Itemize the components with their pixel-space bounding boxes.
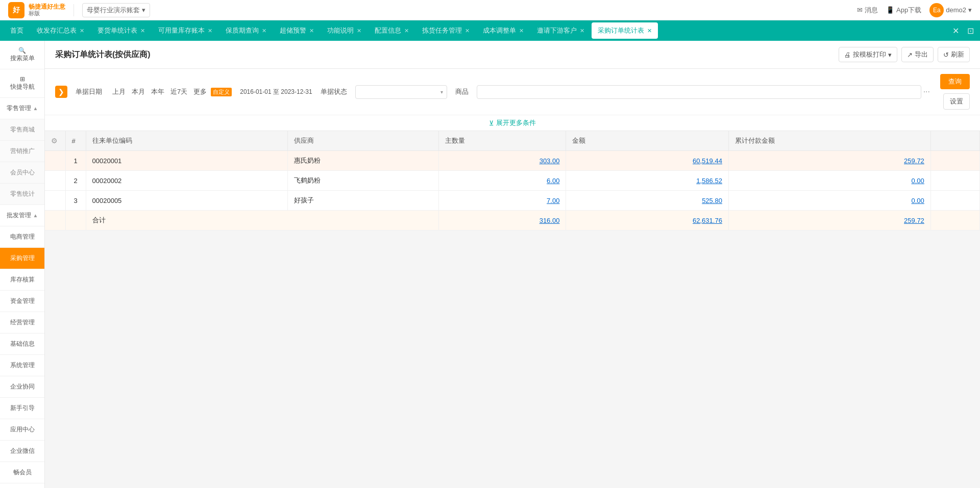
close-icon[interactable]: ✕: [465, 28, 470, 34]
shortcut-more[interactable]: 更多: [191, 86, 209, 97]
shortcut-7days[interactable]: 近7天: [168, 86, 189, 97]
tab-yaohuo[interactable]: 要货单统计表 ✕: [91, 22, 151, 39]
custom-badge: 自定义: [211, 88, 232, 96]
close-icon[interactable]: ✕: [357, 28, 361, 34]
tab-peizhi[interactable]: 配置信息 ✕: [369, 22, 415, 39]
goods-search-input[interactable]: [477, 85, 921, 99]
tab-label: 收发存汇总表: [37, 26, 77, 35]
tab-gongneng[interactable]: 功能说明 ✕: [321, 22, 368, 39]
close-icon[interactable]: ✕: [208, 28, 212, 34]
shortcut-this-month[interactable]: 本月: [130, 86, 147, 97]
sidebar-item-marketing[interactable]: 营销推广: [0, 141, 44, 162]
row-paid[interactable]: 259.72: [728, 151, 930, 171]
shortcut-this-year[interactable]: 本年: [149, 86, 166, 97]
tab-baozhi[interactable]: 保质期查询 ✕: [219, 22, 273, 39]
row-paid[interactable]: 0.00: [728, 191, 930, 211]
query-button[interactable]: 查询: [940, 74, 970, 89]
export-button[interactable]: ↗ 导出: [901, 47, 934, 62]
sidebar-item-wholesale[interactable]: 批发管理 ▲: [0, 205, 44, 226]
row-supplier: 好孩子: [288, 191, 439, 211]
sidebar-item-inventory[interactable]: 库存核算: [0, 269, 44, 291]
status-select[interactable]: [355, 85, 447, 99]
sidebar-member2-label: 畅会员: [13, 469, 32, 476]
export-icon: ↗: [907, 51, 913, 59]
row-supplier: 惠氏奶粉: [288, 151, 439, 171]
close-icon[interactable]: ✕: [80, 28, 84, 34]
sidebar-item-apps[interactable]: 应用中心: [0, 419, 44, 441]
close-icon[interactable]: ✕: [140, 28, 145, 34]
row-amount[interactable]: 1,586.52: [566, 171, 728, 191]
sidebar-item-ops[interactable]: 经营管理: [0, 312, 44, 333]
main-content: 采购订单统计表(按供应商) 🖨 按模板打印 ▾ ↗ 导出 ↺ 刷新: [45, 41, 980, 488]
row-quantity[interactable]: 303.00: [439, 151, 566, 171]
close-icon[interactable]: ✕: [262, 28, 266, 34]
close-icon[interactable]: ✕: [580, 28, 584, 34]
close-icon[interactable]: ✕: [519, 28, 524, 34]
sidebar-item-search[interactable]: 🔍 搜索菜单: [0, 41, 44, 69]
tab-close-all-icon[interactable]: ✕: [950, 25, 961, 37]
sidebar-item-retail-stats[interactable]: 零售统计: [0, 184, 44, 205]
sidebar-item-quicknav[interactable]: ⊞ 快捷导航: [0, 69, 44, 98]
sidebar-item-ecommerce[interactable]: 电商管理: [0, 226, 44, 248]
sidebar-item-finance[interactable]: 资金管理: [0, 291, 44, 312]
row-quantity[interactable]: 7.00: [439, 191, 566, 211]
workspace-selector[interactable]: 母婴行业演示账套 ▾: [82, 3, 150, 17]
sidebar-item-collab[interactable]: 企业协同: [0, 376, 44, 398]
message-label: 消息: [865, 6, 878, 15]
tab-fullscreen-icon[interactable]: ⊡: [965, 25, 976, 37]
tab-label: 要货单统计表: [97, 26, 137, 35]
tab-home[interactable]: 首页: [4, 26, 30, 35]
tab-caigou-active[interactable]: 采购订单统计表 ✕: [592, 22, 658, 39]
row-num: 3: [65, 191, 86, 211]
data-table: ⚙ # 往来单位编码 供应商 主数量 金额 累计付款金额 1: [45, 131, 980, 230]
logo-subtext: 标版: [29, 10, 65, 17]
sidebar-item-guide[interactable]: 新手引导: [0, 398, 44, 419]
sidebar-item-member[interactable]: 会员中心: [0, 162, 44, 184]
refresh-button[interactable]: ↺ 刷新: [938, 47, 970, 62]
sidebar-item-purchase[interactable]: 采购管理: [0, 248, 44, 269]
row-paid[interactable]: 0.00: [728, 171, 930, 191]
sidebar-item-system[interactable]: 系统管理: [0, 355, 44, 376]
tab-jian[interactable]: 拣货任务管理 ✕: [416, 22, 476, 39]
print-button[interactable]: 🖨 按模板打印 ▾: [839, 47, 897, 62]
close-icon[interactable]: ✕: [404, 28, 409, 34]
close-icon[interactable]: ✕: [309, 28, 314, 34]
tab-label: 邀请下游客户: [537, 26, 577, 35]
settings-icon[interactable]: ⚙: [51, 137, 58, 145]
sidebar-ecommerce-label: 电商管理: [10, 233, 35, 240]
sidebar-item-basic[interactable]: 基础信息: [0, 333, 44, 355]
sidebar-item-member2[interactable]: 畅会员: [0, 462, 44, 483]
sidebar-item-retail-mgmt[interactable]: 零售管理 ▲: [0, 98, 44, 119]
search-icon: 🔍: [2, 47, 42, 54]
status-select-wrapper: ▾: [355, 85, 447, 99]
filter-top: ❯ 单据日期 上月 本月 本年 近7天 更多 自定义 2016-01-01 至 …: [45, 69, 980, 115]
row-extra: [930, 151, 979, 171]
header-row: ⚙ # 往来单位编码 供应商 主数量 金额 累计付款金额: [45, 131, 980, 151]
row-amount[interactable]: 60,519.44: [566, 151, 728, 171]
more-options-icon[interactable]: ···: [921, 87, 932, 96]
tab-shoufasun[interactable]: 收发存汇总表 ✕: [31, 22, 90, 39]
tab-yaoqing[interactable]: 邀请下游客户 ✕: [531, 22, 591, 39]
filter-toggle-button[interactable]: ❯: [55, 86, 67, 98]
tab-chaochu[interactable]: 超储预警 ✕: [274, 22, 320, 39]
row-check: [45, 191, 65, 211]
sidebar-item-wxwork[interactable]: 企业微信: [0, 441, 44, 462]
user-menu[interactable]: Ea demo2 ▾: [929, 3, 972, 17]
sidebar-item-retail-shop[interactable]: 零售商城: [0, 119, 44, 141]
expand-conditions-button[interactable]: ⊻ 展开更多条件: [489, 118, 536, 127]
sidebar-member-label: 会员中心: [10, 169, 35, 176]
row-amount[interactable]: 525.80: [566, 191, 728, 211]
message-btn[interactable]: ✉ 消息: [857, 6, 878, 15]
th-settings[interactable]: ⚙: [45, 131, 65, 151]
shortcut-last-month[interactable]: 上月: [110, 86, 128, 97]
tab-chengben[interactable]: 成本调整单 ✕: [477, 22, 530, 39]
close-icon[interactable]: ✕: [647, 28, 652, 34]
settings-button[interactable]: 设置: [943, 93, 970, 110]
row-quantity[interactable]: 6.00: [439, 171, 566, 191]
tab-label: 可用量库存账本: [158, 26, 205, 35]
table-row: 2 00020002 飞鹤奶粉 6.00 1,586.52 0.00: [45, 171, 980, 191]
footer-row: 合计 316.00 62,631.76 259.72: [45, 211, 980, 230]
tab-keyongliang[interactable]: 可用量库存账本 ✕: [152, 22, 218, 39]
export-label: 导出: [915, 50, 928, 59]
app-download-btn[interactable]: 📱 App下载: [886, 6, 921, 15]
